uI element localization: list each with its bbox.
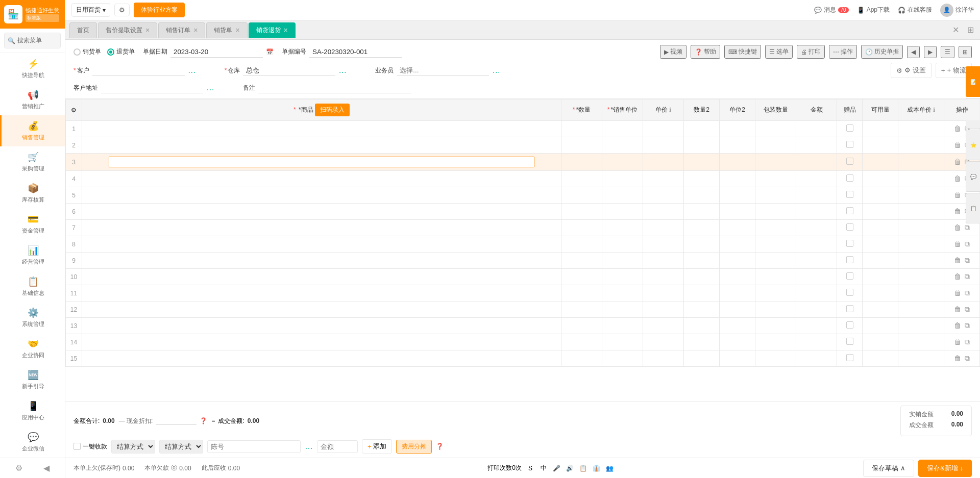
gift-checkbox-15[interactable] (846, 354, 853, 361)
settle-method-select[interactable]: 结算方式 (111, 440, 155, 454)
shortcut-button[interactable]: ⌨ 快捷键 (724, 45, 761, 59)
gift-cell-4[interactable] (837, 171, 863, 187)
delete-row-9-icon[interactable]: 🗑 (954, 256, 961, 264)
user-profile-button[interactable]: 👤 徐泽华 (940, 4, 974, 17)
available-cell-14[interactable] (863, 334, 898, 350)
sidebar-item-appstore[interactable]: 📱 应用中心 (0, 395, 65, 426)
product-cell-10[interactable] (82, 269, 561, 285)
cost-cell-8[interactable] (898, 236, 944, 253)
amount-cell-11[interactable] (796, 285, 837, 301)
pack-cell-9[interactable] (755, 253, 796, 269)
pack-cell-11[interactable] (755, 285, 796, 301)
search-menu-button[interactable]: 🔍 搜索菜单 (4, 33, 61, 48)
trial-plan-button[interactable]: 体验行业方案 (134, 3, 185, 17)
copy-row-9-icon[interactable]: ⧉ (965, 256, 970, 264)
save-draft-button[interactable]: 保存草稿 ∧ (863, 460, 914, 477)
salesperson-select-icon[interactable]: … (492, 66, 500, 75)
amount-cell-2[interactable] (796, 137, 837, 154)
price-cell-8[interactable] (643, 236, 684, 253)
product-cell-14[interactable] (82, 334, 561, 350)
product-cell-15[interactable] (82, 350, 561, 367)
sidebar-item-quick-nav[interactable]: ⚡ 快捷导航 (0, 53, 65, 84)
delete-row-11-icon[interactable]: 🗑 (954, 289, 961, 297)
sidebar-item-guide[interactable]: 🆕 新手引导 (0, 364, 65, 395)
unit-cell-14[interactable] (602, 334, 643, 350)
footer-tool-7[interactable]: 👥 (604, 463, 616, 474)
amount-cell-8[interactable] (796, 236, 837, 253)
qty-cell-6[interactable] (561, 204, 602, 220)
qty-cell-10[interactable] (561, 269, 602, 285)
qty2-cell-11[interactable] (684, 285, 720, 301)
cost-cell-15[interactable] (898, 350, 944, 367)
available-cell-11[interactable] (863, 285, 898, 301)
copy-row-8-icon[interactable]: ⧉ (965, 240, 970, 248)
close-all-tabs-icon[interactable]: ✕ (950, 23, 961, 37)
calc-method-select[interactable]: 结算方式 (159, 440, 203, 454)
qty2-cell-15[interactable] (684, 350, 720, 367)
copy-row-15-icon[interactable]: ⧉ (965, 354, 970, 362)
cost-cell-3[interactable] (898, 154, 944, 171)
cost-cell-9[interactable] (898, 253, 944, 269)
product-cell-13[interactable] (82, 318, 561, 334)
footer-tool-2[interactable]: 中 (538, 463, 549, 474)
close-sales-return-tab[interactable]: × (284, 27, 288, 34)
address-select-icon[interactable]: … (206, 83, 214, 92)
unit2-cell-7[interactable] (720, 220, 755, 236)
gift-checkbox-5[interactable] (846, 191, 853, 198)
product-cell-7[interactable] (82, 220, 561, 236)
salesperson-input[interactable] (397, 65, 489, 76)
delete-row-2-icon[interactable]: 🗑 (954, 141, 961, 149)
qty2-cell-6[interactable] (684, 204, 720, 220)
available-cell-6[interactable] (863, 204, 898, 220)
app-download-button[interactable]: 📱 App下载 (857, 6, 890, 14)
gift-cell-15[interactable] (837, 350, 863, 367)
cost-cell-1[interactable] (898, 121, 944, 137)
sidebar-item-operations[interactable]: 📊 经营管理 (0, 240, 65, 271)
amount-cell-1[interactable] (796, 121, 837, 137)
product-cell-2[interactable] (82, 137, 561, 154)
unit-cell-10[interactable] (602, 269, 643, 285)
tab-sales-return[interactable]: 销货退货 × (249, 22, 296, 38)
message-center-button[interactable]: 💬 消息 70 (814, 6, 849, 14)
available-cell-4[interactable] (863, 171, 898, 187)
qty-cell-7[interactable] (561, 220, 602, 236)
product-input-3[interactable] (109, 157, 534, 167)
copy-row-12-icon[interactable]: ⧉ (965, 305, 970, 313)
sidebar-item-enterprise[interactable]: 🤝 企业协同 (0, 333, 65, 364)
price-cell-3[interactable] (643, 154, 684, 171)
unit-cell-3[interactable] (602, 154, 643, 171)
price-cell-13[interactable] (643, 318, 684, 334)
unit2-cell-11[interactable] (720, 285, 755, 301)
account-input[interactable] (207, 440, 301, 453)
cost-cell-11[interactable] (898, 285, 944, 301)
delete-row-13-icon[interactable]: 🗑 (954, 321, 961, 330)
cost-cell-5[interactable] (898, 187, 944, 204)
warehouse-input[interactable] (243, 65, 335, 76)
unit2-cell-9[interactable] (720, 253, 755, 269)
available-cell-1[interactable] (863, 121, 898, 137)
qty-cell-1[interactable] (561, 121, 602, 137)
unit2-cell-4[interactable] (720, 171, 755, 187)
amount-cell-4[interactable] (796, 171, 837, 187)
footer-tool-1[interactable]: S (525, 463, 536, 474)
amount-cell-10[interactable] (796, 269, 837, 285)
unit-cell-15[interactable] (602, 350, 643, 367)
amount-cell-15[interactable] (796, 350, 837, 367)
customer-input[interactable] (92, 65, 185, 76)
tab-home[interactable]: 首页 (69, 22, 97, 38)
price-cell-4[interactable] (643, 171, 684, 187)
tab-sales-order[interactable]: 销售订单 × (158, 22, 205, 38)
qty-cell-14[interactable] (561, 334, 602, 350)
unit-cell-7[interactable] (602, 220, 643, 236)
amount-input[interactable] (317, 440, 358, 453)
gift-checkbox-12[interactable] (846, 305, 853, 312)
amount-cell-3[interactable] (796, 154, 837, 171)
unit2-cell-13[interactable] (720, 318, 755, 334)
unit2-cell-15[interactable] (720, 350, 755, 367)
qty2-cell-1[interactable] (684, 121, 720, 137)
gift-cell-1[interactable] (837, 121, 863, 137)
right-panel-copy-btn[interactable]: 📋 (966, 193, 980, 223)
gift-checkbox-13[interactable] (846, 321, 853, 329)
pack-cell-15[interactable] (755, 350, 796, 367)
available-cell-15[interactable] (863, 350, 898, 367)
